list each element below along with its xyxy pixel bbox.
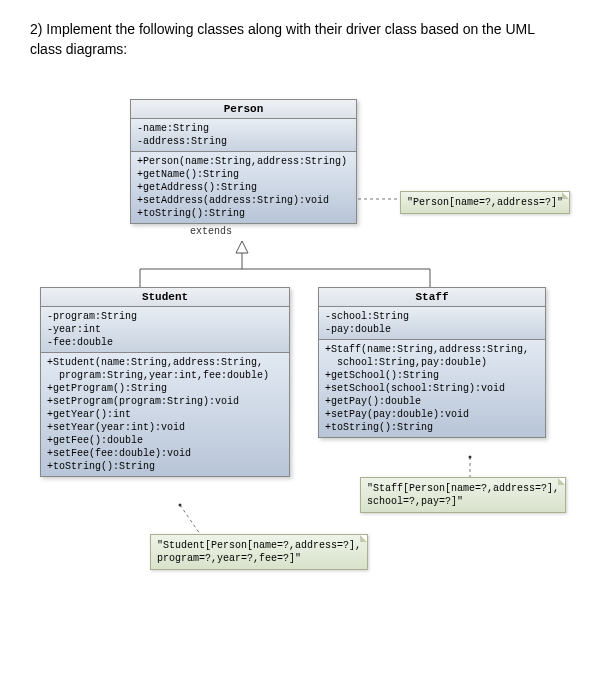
person-title: Person: [131, 100, 356, 119]
person-tostring-note: "Person[name=?,address=?]": [400, 191, 570, 214]
svg-line-7: [180, 505, 200, 534]
svg-point-10: [469, 456, 472, 459]
student-class: Student -program:String -year:int -fee:d…: [40, 287, 290, 477]
staff-tostring-note: "Staff[Person[name=?,address=?], school=…: [360, 477, 566, 513]
svg-marker-0: [236, 241, 248, 253]
person-attributes: -name:String -address:String: [131, 119, 356, 152]
extends-label: extends: [190, 226, 232, 237]
uml-diagram: Person -name:String -address:String +Per…: [30, 79, 570, 639]
student-title: Student: [41, 288, 289, 307]
staff-class: Staff -school:String -pay:double +Staff(…: [318, 287, 546, 438]
student-methods: +Student(name:String,address:String, pro…: [41, 353, 289, 476]
question-text: 2) Implement the following classes along…: [30, 20, 568, 59]
person-class: Person -name:String -address:String +Per…: [130, 99, 357, 224]
student-attributes: -program:String -year:int -fee:double: [41, 307, 289, 353]
staff-attributes: -school:String -pay:double: [319, 307, 545, 340]
svg-point-8: [179, 504, 182, 507]
staff-title: Staff: [319, 288, 545, 307]
student-tostring-note: "Student[Person[name=?,address=?], progr…: [150, 534, 368, 570]
staff-methods: +Staff(name:String,address:String, schoo…: [319, 340, 545, 437]
person-methods: +Person(name:String,address:String) +get…: [131, 152, 356, 223]
